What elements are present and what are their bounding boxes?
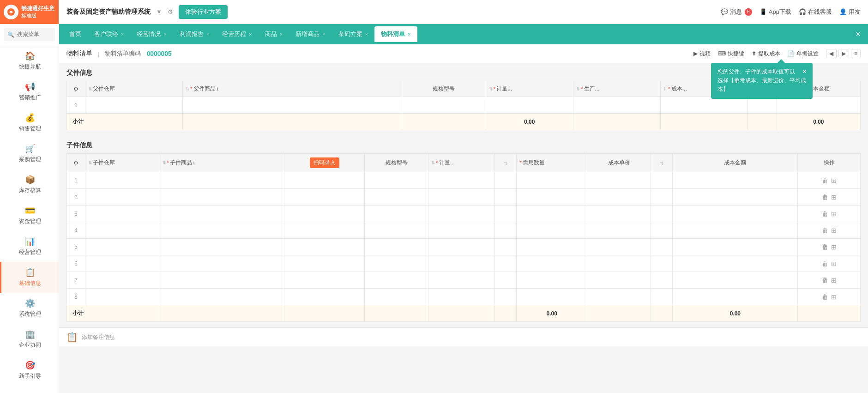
child-spec-3[interactable] bbox=[365, 222, 428, 239]
tab-close-bom[interactable]: × bbox=[408, 31, 410, 37]
parent-production-cell[interactable] bbox=[573, 97, 660, 114]
child-unitcost-6[interactable] bbox=[587, 272, 651, 289]
list-view-button[interactable]: ≡ bbox=[851, 49, 861, 58]
child-warehouse-2[interactable] bbox=[85, 206, 159, 222]
child-qty-5[interactable] bbox=[517, 255, 587, 272]
close-all-tabs-button[interactable]: × bbox=[852, 30, 864, 39]
get-cost-button[interactable]: ⬆ 提取成本 bbox=[752, 50, 780, 58]
next-page-button[interactable]: ▶ bbox=[838, 49, 849, 58]
child-unit-1[interactable] bbox=[428, 189, 495, 206]
child-qty-3[interactable] bbox=[517, 222, 587, 239]
tooltip-close-button[interactable]: × bbox=[803, 67, 806, 76]
parent-spec-cell[interactable] bbox=[402, 97, 486, 114]
copy-row-1[interactable]: ⊞ bbox=[831, 193, 837, 201]
child-unitcost-4[interactable] bbox=[587, 239, 651, 255]
parent-goods-cell[interactable] bbox=[182, 97, 402, 114]
sidebar-item-purchase[interactable]: 🛒 采购管理 bbox=[0, 138, 59, 169]
child-spec-4[interactable] bbox=[365, 239, 428, 255]
sidebar-item-guide[interactable]: 🎯 新手引导 bbox=[0, 355, 59, 386]
goods-info-icon[interactable]: ℹ bbox=[217, 86, 218, 92]
tab-close-barcode[interactable]: × bbox=[365, 31, 368, 37]
copy-row-0[interactable]: ⊞ bbox=[831, 177, 837, 184]
sidebar-item-finance[interactable]: 💳 资金管理 bbox=[0, 200, 59, 231]
child-spec-7[interactable] bbox=[365, 289, 428, 305]
child-unitcost-2[interactable] bbox=[587, 206, 651, 222]
parent-warehouse-cell[interactable] bbox=[85, 97, 183, 114]
message-button[interactable]: 💬 消息 6 bbox=[721, 8, 752, 16]
child-unitcost-1[interactable] bbox=[587, 189, 651, 206]
child-spec-1[interactable] bbox=[365, 189, 428, 206]
child-goods-0[interactable] bbox=[159, 172, 284, 189]
copy-row-5[interactable]: ⊞ bbox=[831, 260, 837, 267]
copy-row-6[interactable]: ⊞ bbox=[831, 277, 837, 284]
tab-customer[interactable]: 客户联络 × bbox=[88, 26, 130, 42]
copy-row-2[interactable]: ⊞ bbox=[831, 210, 837, 218]
single-setting-button[interactable]: 📄 单据设置 bbox=[788, 50, 819, 58]
child-qty-2[interactable] bbox=[517, 206, 587, 222]
child-goods-4[interactable] bbox=[159, 239, 284, 255]
child-goods-6[interactable] bbox=[159, 272, 284, 289]
sidebar-item-sales[interactable]: 💰 销售管理 bbox=[0, 107, 59, 138]
sidebar-item-marketing[interactable]: 📢 营销推广 bbox=[0, 76, 59, 107]
child-qty-0[interactable] bbox=[517, 172, 587, 189]
sidebar-item-quick-nav[interactable]: 🏠 快捷导航 bbox=[0, 45, 59, 76]
delete-row-2[interactable]: 🗑 bbox=[822, 210, 828, 218]
parent-cost-cell[interactable] bbox=[661, 97, 748, 114]
scan-input-button[interactable]: 扫码录入 bbox=[310, 157, 339, 168]
tab-new-goods[interactable]: 新增商品 × bbox=[289, 26, 332, 42]
child-warehouse-1[interactable] bbox=[85, 189, 159, 206]
child-unit-2[interactable] bbox=[428, 206, 495, 222]
delete-row-1[interactable]: 🗑 bbox=[822, 193, 828, 201]
prev-page-button[interactable]: ◀ bbox=[826, 49, 837, 58]
sidebar-item-inventory[interactable]: 📦 库存核算 bbox=[0, 169, 59, 200]
sidebar-item-operations[interactable]: 📊 经营管理 bbox=[0, 231, 59, 262]
child-unit-7[interactable] bbox=[428, 289, 495, 305]
child-gear-icon[interactable]: ⚙ bbox=[73, 160, 78, 166]
child-qty-1[interactable] bbox=[517, 189, 587, 206]
child-unitcost-5[interactable] bbox=[587, 255, 651, 272]
child-goods-1[interactable] bbox=[159, 189, 284, 206]
child-warehouse-7[interactable] bbox=[85, 289, 159, 305]
delete-row-3[interactable]: 🗑 bbox=[822, 227, 828, 234]
child-unit-4[interactable] bbox=[428, 239, 495, 255]
sidebar-item-enterprise[interactable]: 🏢 企业协同 bbox=[0, 324, 59, 355]
sidebar-item-system[interactable]: ⚙️ 系统管理 bbox=[0, 293, 59, 324]
child-spec-0[interactable] bbox=[365, 172, 428, 189]
tab-close-new-goods[interactable]: × bbox=[322, 31, 325, 37]
child-unit-6[interactable] bbox=[428, 272, 495, 289]
child-goods-5[interactable] bbox=[159, 255, 284, 272]
tab-close-goods[interactable]: × bbox=[280, 31, 283, 37]
tab-home[interactable]: 首页 bbox=[63, 26, 88, 42]
child-warehouse-3[interactable] bbox=[85, 222, 159, 239]
child-spec-5[interactable] bbox=[365, 255, 428, 272]
child-unit-0[interactable] bbox=[428, 172, 495, 189]
child-qty-6[interactable] bbox=[517, 272, 587, 289]
tab-close-operations-status[interactable]: × bbox=[163, 31, 166, 37]
shortcut-button[interactable]: ⌨ 快捷键 bbox=[718, 50, 744, 58]
parent-unit-cell[interactable] bbox=[486, 97, 573, 114]
child-unitcost-7[interactable] bbox=[587, 289, 651, 305]
tab-close-profit-report[interactable]: × bbox=[206, 31, 209, 37]
delete-row-4[interactable]: 🗑 bbox=[822, 243, 828, 251]
copy-row-7[interactable]: ⊞ bbox=[831, 293, 837, 301]
tab-ops-history[interactable]: 经营历程 × bbox=[216, 26, 258, 42]
delete-row-6[interactable]: 🗑 bbox=[822, 277, 828, 284]
tab-profit-report[interactable]: 利润报告 × bbox=[173, 26, 216, 42]
search-menu-button[interactable]: 🔍 搜索菜单 bbox=[4, 28, 55, 41]
child-qty-4[interactable] bbox=[517, 239, 587, 255]
delete-row-5[interactable]: 🗑 bbox=[822, 260, 828, 267]
user-menu-button[interactable]: 👤 用友 bbox=[839, 8, 861, 16]
child-warehouse-0[interactable] bbox=[85, 172, 159, 189]
sidebar-item-basic-info[interactable]: 📋 基础信息 bbox=[0, 262, 59, 293]
copy-row-4[interactable]: ⊞ bbox=[831, 243, 837, 251]
child-unit-3[interactable] bbox=[428, 222, 495, 239]
trial-button[interactable]: 体验行业方案 bbox=[179, 5, 228, 19]
app-download-button[interactable]: 📱 App下载 bbox=[760, 8, 791, 16]
delete-row-0[interactable]: 🗑 bbox=[822, 177, 828, 184]
tab-barcode[interactable]: 条码方案 × bbox=[332, 26, 374, 42]
child-warehouse-5[interactable] bbox=[85, 255, 159, 272]
tab-goods[interactable]: 商品 × bbox=[259, 26, 289, 42]
child-goods-7[interactable] bbox=[159, 289, 284, 305]
child-qty-7[interactable] bbox=[517, 289, 587, 305]
online-service-button[interactable]: 🎧 在线客服 bbox=[799, 8, 832, 16]
